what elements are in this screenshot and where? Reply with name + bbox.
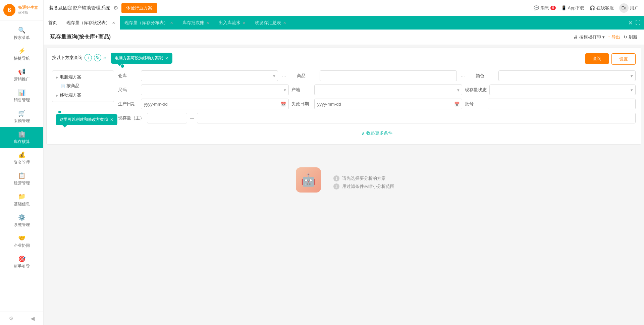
settings-bottom-btn[interactable]: ⚙	[9, 315, 13, 322]
search-icon: 🔍	[18, 26, 25, 34]
sidebar-logo: 6 畅通好生意 标准版	[0, 0, 43, 20]
tab-close-collect[interactable]: ✕	[283, 21, 286, 25]
tab-batch[interactable]: 库存批次账 ✕	[178, 16, 214, 30]
tabbar-end: ✕ ⛶	[628, 20, 644, 26]
filter-label: 按以下方案查询	[52, 55, 83, 61]
empty-tip-1: 1 请先选择要分析的方案	[333, 175, 394, 181]
reset-btn[interactable]: 设置	[611, 53, 636, 65]
filter-arrow-btn[interactable]: «	[103, 55, 106, 60]
collapse-bar[interactable]: ∧ 收起更多条件	[118, 127, 636, 140]
sidebar-item-inventory[interactable]: 🏢 库存核算	[0, 127, 43, 148]
sidebar-item-label: 搜索菜单	[14, 35, 30, 41]
empty-tips: 1 请先选择要分析的方案 2 用过滤条件来缩小分析范围	[333, 175, 394, 189]
create-tooltip-close-btn[interactable]: ✕	[110, 117, 113, 122]
tab-inventory-status[interactable]: 现存量（库存状况表） ✕	[62, 16, 120, 30]
sidebar-item-label: 营销推广	[14, 76, 30, 82]
message-btn[interactable]: 💬 消息 9	[534, 5, 556, 11]
sidebar-item-search[interactable]: 🔍 搜索菜单	[0, 23, 43, 44]
collab-icon: 🤝	[18, 234, 25, 242]
filter-add-btn[interactable]: +	[85, 54, 92, 61]
sales-icon: 📊	[18, 89, 25, 96]
quick-icon: ⚡	[18, 47, 25, 55]
tab-collect[interactable]: 收发存汇总表 ✕	[250, 16, 291, 30]
stock-main-to[interactable]	[197, 113, 636, 123]
page-header: 现存量查询(按仓库+商品) 🖨 按模板打印 ▾ ↑ 导出 ↻ 刷新	[44, 30, 644, 45]
headset-icon: 🎧	[590, 5, 595, 10]
size-field: 尺码 ▾	[118, 85, 289, 95]
empty-tip-2: 2 用过滤条件来缩小分析范围	[333, 183, 394, 189]
origin-input[interactable]	[314, 85, 462, 95]
phone-icon: 📱	[561, 5, 567, 10]
goods-input[interactable]	[320, 70, 457, 81]
tooltip-close-btn[interactable]: ✕	[165, 56, 168, 61]
tab-close-inventory-dist[interactable]: ✕	[170, 21, 173, 25]
refresh-btn[interactable]: ↻ 刷新	[624, 34, 637, 40]
export-btn[interactable]: ↑ 导出	[608, 34, 621, 40]
close-all-btn[interactable]: ✕	[628, 20, 633, 26]
color-field: 颜色 ▾	[476, 70, 636, 81]
sidebar-item-label: 资金管理	[14, 160, 30, 165]
online-support-btn[interactable]: 🎧 在线客服	[590, 5, 614, 11]
sidebar-item-marketing[interactable]: 📢 营销推广	[0, 65, 43, 86]
sidebar-item-collab[interactable]: 🤝 企业协同	[0, 231, 43, 252]
tab-close-batch[interactable]: ✕	[206, 21, 209, 25]
warehouse-input[interactable]	[141, 70, 278, 81]
print-btn[interactable]: 🖨 按模板打印 ▾	[574, 34, 605, 40]
topbar-settings-icon[interactable]: ⚙	[113, 5, 118, 11]
warehouse-more-btn[interactable]: ···	[281, 73, 294, 78]
sidebar-item-label: 销售管理	[14, 97, 30, 103]
search-btn[interactable]: 查询	[585, 53, 609, 64]
size-input[interactable]	[141, 85, 289, 95]
sidebar-item-purchase[interactable]: 🛒 采购管理	[0, 106, 43, 127]
sidebar-item-finance[interactable]: 💰 资金管理	[0, 148, 43, 169]
sidebar-item-sales[interactable]: 📊 销售管理	[0, 86, 43, 106]
expand-btn[interactable]: ⛶	[635, 20, 641, 26]
goods-more-btn[interactable]: ···	[460, 73, 473, 78]
expire-date-input[interactable]	[314, 99, 462, 109]
sidebar: 6 畅通好生意 标准版 🔍 搜索菜单 ⚡ 快捷导航 📢 营销推广 📊 销售管理 …	[0, 0, 44, 325]
tab-close-inventory-status[interactable]: ✕	[112, 21, 115, 25]
guide-icon: 🎯	[18, 255, 25, 263]
tab-inout[interactable]: 出入库流水 ✕	[214, 16, 250, 30]
sidebar-item-base[interactable]: 📁 基础信息	[0, 189, 43, 210]
sidebar-item-system[interactable]: ⚙️ 系统管理	[0, 210, 43, 231]
sidebar-item-guide[interactable]: 🎯 新手引导	[0, 252, 43, 273]
produce-date-input[interactable]	[141, 99, 289, 109]
sidebar-item-label: 库存核算	[14, 139, 30, 145]
expire-date-icon[interactable]: 📅	[454, 102, 460, 107]
tab-close-inout[interactable]: ✕	[243, 21, 246, 25]
desktop-scheme-group[interactable]: ▶ 电脑端方案	[52, 73, 114, 82]
sidebar-item-label: 企业协同	[14, 243, 30, 249]
origin-field: 产地 ▾	[291, 85, 462, 95]
sidebar-item-quick[interactable]: ⚡ 快捷导航	[0, 44, 43, 65]
sidebar-item-operation[interactable]: 📋 经营管理	[0, 169, 43, 189]
system-name: 装备及固定资产辅助管理系统	[49, 5, 110, 11]
inventory-icon: 🏢	[18, 130, 25, 138]
logo-icon: 6	[3, 4, 15, 16]
produce-date-icon[interactable]: 📅	[281, 102, 286, 107]
industry-btn[interactable]: 体验行业方案	[121, 3, 157, 13]
filter-refresh-btn[interactable]: ↻	[94, 54, 101, 61]
stock-main-from[interactable]	[147, 113, 187, 123]
tab-home[interactable]: 首页	[44, 16, 62, 30]
batch-no-input[interactable]	[488, 99, 636, 109]
stock-status-field: 现存量状态 ▾	[465, 85, 636, 95]
sidebar-nav: 🔍 搜索菜单 ⚡ 快捷导航 📢 营销推广 📊 销售管理 🛒 采购管理 🏢 库存核…	[0, 20, 43, 312]
warehouse-field: 仓库	[118, 70, 278, 81]
stock-main-field: 现存量（主）	[118, 113, 187, 123]
sidebar-bottom: ⚙ ◀	[0, 312, 43, 325]
user-menu-btn[interactable]: Ea 用户	[619, 3, 639, 13]
message-icon: 💬	[534, 5, 539, 10]
mobile-scheme-group[interactable]: ▶ 移动端方案	[52, 91, 114, 100]
color-input[interactable]	[498, 70, 636, 81]
create-scheme-tooltip: 这里可以创建和修改方案哦 ✕	[56, 114, 117, 125]
finance-icon: 💰	[18, 151, 25, 159]
scheme-item-goods[interactable]: 📄 按商品	[52, 82, 114, 90]
collapse-sidebar-btn[interactable]: ◀	[31, 315, 35, 322]
sidebar-item-label: 快捷导航	[14, 56, 30, 61]
produce-date-field: 生产日期 📅	[118, 99, 289, 109]
scheme-tooltip: 电脑方案可设为移动方案哦 ✕	[111, 53, 172, 64]
tab-inventory-dist[interactable]: 现存量（库存分布表） ✕	[120, 16, 178, 30]
stock-status-input[interactable]	[489, 85, 636, 95]
app-download-btn[interactable]: 📱 App下载	[561, 5, 584, 11]
